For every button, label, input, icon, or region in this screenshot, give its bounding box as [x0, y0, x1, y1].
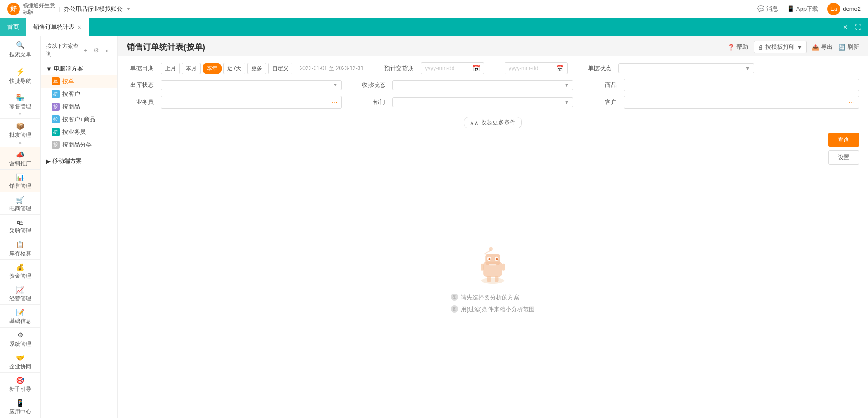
this-month-btn[interactable]: 本月 [182, 63, 201, 74]
by-customer-icon: 按 [52, 90, 60, 98]
tree-item-by-goods-category[interactable]: 按 按商品分类 [41, 138, 117, 151]
add-scheme-button[interactable]: + [81, 46, 90, 55]
tab-close-icon[interactable]: ✕ [77, 24, 81, 30]
settings-scheme-button[interactable]: ⚙ [92, 46, 101, 55]
collapse-filters-button[interactable]: ∧∧ 收起更多条件 [464, 117, 522, 128]
last-month-btn[interactable]: 上月 [161, 63, 180, 74]
tree-expand-icon-mobile: ▶ [46, 158, 51, 165]
tree-item-by-order[interactable]: 单 按单 [41, 75, 117, 88]
refresh-button[interactable]: 🔄 刷新 [838, 43, 859, 51]
sidebar-item-finance[interactable]: 💰 资金管理 [0, 259, 40, 282]
tree-parent-mobile[interactable]: ▶ 移动端方案 [41, 155, 117, 167]
settings-button[interactable]: 设置 [828, 150, 859, 165]
tree-parent-desktop[interactable]: ▼ 电脑端方案 [41, 62, 117, 75]
workspace-dropdown-icon[interactable]: ▼ [126, 6, 131, 11]
app-download-action[interactable]: 📱 App下载 [787, 5, 818, 13]
custom-date-btn[interactable]: 自定义 [268, 63, 292, 74]
message-action[interactable]: 💬 消息 [757, 5, 778, 13]
sidebar-item-quick-nav[interactable]: ⚡ 快捷导航 [0, 63, 40, 90]
svg-rect-7 [489, 264, 497, 266]
message-icon: 💬 [757, 5, 764, 12]
goods-select[interactable]: ··· [624, 79, 859, 91]
more-date-btn[interactable]: 更多 [247, 63, 266, 74]
retail-icon: 🏪 [16, 94, 24, 102]
tab-sales-order-stats[interactable]: 销售订单统计表 ✕ [26, 18, 89, 36]
tree-item-by-customer-goods[interactable]: 按 按客户+商品 [41, 113, 117, 126]
sidebar-item-newbie[interactable]: 🎯 新手引导 [0, 372, 40, 395]
svg-rect-9 [502, 264, 505, 271]
sidebar-item-inventory[interactable]: 📋 库存核算 [0, 237, 40, 259]
filter-row-1: 单据日期 上月 本月 本年 近7天 更多 自定义 2023-01-01 至 20… [127, 62, 859, 74]
left-panel: 按以下方案查询 + ⚙ « ▼ 电脑端方案 单 按单 按 按客户 [41, 36, 118, 418]
sidebar-item-purchase[interactable]: 🛍 采购管理 [0, 214, 40, 237]
svg-rect-10 [487, 276, 491, 282]
filter-row-2: 出库状态 ▼ 收款状态 ▼ 商品 ··· [127, 79, 859, 91]
sidebar-item-wholesale[interactable]: 📦 批发管理 ▲ [0, 118, 40, 147]
export-button[interactable]: 📤 导出 [812, 43, 833, 51]
sidebar-item-search-menu[interactable]: 🔍 搜索菜单 [0, 36, 40, 63]
sidebar-item-apps[interactable]: 📱 应用中心 [0, 395, 40, 418]
query-button[interactable]: 查询 [828, 133, 859, 147]
collapse-panel-button[interactable]: « [103, 46, 112, 55]
page-header-actions: ❓ 帮助 🖨 按模板打印 ▼ 📤 导出 🔄 刷新 [727, 41, 859, 53]
goods-more-icon[interactable]: ··· [849, 81, 855, 89]
maximize-icon[interactable]: ⛶ [854, 23, 863, 32]
tree-item-by-salesman[interactable]: 按 按业务员 [41, 126, 117, 138]
expected-date-from[interactable]: yyyy-mm-dd 📅 [421, 62, 484, 74]
sidebar-item-basic[interactable]: 📝 基础信息 [0, 304, 40, 327]
finance-icon: 💰 [16, 263, 24, 271]
sidebar-item-marketing[interactable]: 📣 营销推广 [0, 147, 40, 169]
sidebar-item-enterprise[interactable]: 🤝 企业协同 [0, 350, 40, 372]
svg-point-0 [481, 278, 504, 284]
tree-section-desktop: ▼ 电脑端方案 单 按单 按 按客户 按 按商品 按 按客户+商品 [41, 61, 117, 153]
sidebar-item-ecom[interactable]: 🛒 电商管理 [0, 192, 40, 214]
shipping-select[interactable]: ▼ [161, 80, 342, 90]
tree-item-by-goods[interactable]: 按 按商品 [41, 100, 117, 113]
tree-item-by-customer[interactable]: 按 按客户 [41, 88, 117, 100]
sidebar-item-system[interactable]: ⚙ 系统管理 [0, 327, 40, 350]
tab-home[interactable]: 首页 [0, 18, 26, 36]
logo-area: 好 畅捷通好生意 标版 [7, 2, 55, 15]
top-bar-left: 好 畅捷通好生意 标版 | 办公用品行业模拟账套 ▼ [7, 2, 131, 15]
customer-select[interactable]: ··· [624, 96, 859, 109]
last7days-btn[interactable]: 近7天 [223, 63, 245, 74]
expected-date-to[interactable]: yyyy-mm-dd 📅 [505, 62, 568, 74]
user-area[interactable]: Ea demo2 [827, 3, 861, 15]
dept-chevron-icon: ▼ [564, 100, 569, 105]
order-status-label: 单据状态 [584, 64, 611, 72]
sidebar-item-operation[interactable]: 📈 经营管理 [0, 282, 40, 304]
this-year-btn[interactable]: 本年 [203, 63, 222, 74]
ecom-icon: 🛒 [16, 196, 24, 204]
top-bar: 好 畅捷通好生意 标版 | 办公用品行业模拟账套 ▼ 💬 消息 📱 App下载 … [0, 0, 868, 18]
by-customer-goods-icon: 按 [52, 115, 60, 124]
customer-more-icon[interactable]: ··· [849, 98, 855, 106]
expected-date-label: 预计交货期 [384, 64, 414, 72]
marketing-icon: 📣 [16, 151, 24, 159]
enterprise-icon: 🤝 [16, 354, 24, 362]
sidebar-item-sales[interactable]: 📊 销售管理 [0, 169, 40, 192]
wholesale-icon: 📦 [16, 122, 24, 130]
shipping-chevron-icon: ▼ [333, 82, 338, 88]
date-range-text: 2023-01-01 至 2023-12-31 [300, 65, 363, 72]
sidebar-item-retail[interactable]: 🏪 零售管理 ▼ [0, 90, 40, 118]
payment-select[interactable]: ▼ [392, 80, 573, 90]
newbie-icon: 🎯 [16, 376, 24, 385]
dept-select[interactable]: ▼ [392, 97, 573, 107]
template-print-button[interactable]: 🖨 按模板打印 ▼ [754, 41, 807, 53]
empty-state: ① 请先选择要分析的方案 ② 用[过滤]条件来缩小分析范围 [118, 138, 868, 418]
salesman-more-icon[interactable]: ··· [332, 98, 338, 106]
main-layout: 🔍 搜索菜单 ⚡ 快捷导航 🏪 零售管理 ▼ 📦 批发管理 ▲ 📣 营销推广 📊… [0, 36, 868, 418]
minimize-icon[interactable]: ✕ [841, 23, 850, 32]
refresh-icon: 🔄 [838, 44, 845, 51]
main-content: 单据日期 上月 本月 本年 近7天 更多 自定义 2023-01-01 至 20… [118, 56, 868, 418]
tip-num-2: ② [451, 305, 458, 313]
svg-point-5 [488, 258, 490, 260]
nav-tabs: 首页 销售订单统计表 ✕ ✕ ⛶ [0, 18, 868, 36]
svg-rect-8 [481, 264, 484, 271]
order-status-select[interactable]: ▼ [618, 63, 754, 73]
print-icon: 🖨 [758, 44, 764, 51]
salesman-select[interactable]: ··· [161, 96, 342, 109]
svg-point-13 [489, 247, 493, 251]
export-icon: 📤 [812, 44, 819, 51]
help-button[interactable]: ❓ 帮助 [727, 43, 748, 51]
